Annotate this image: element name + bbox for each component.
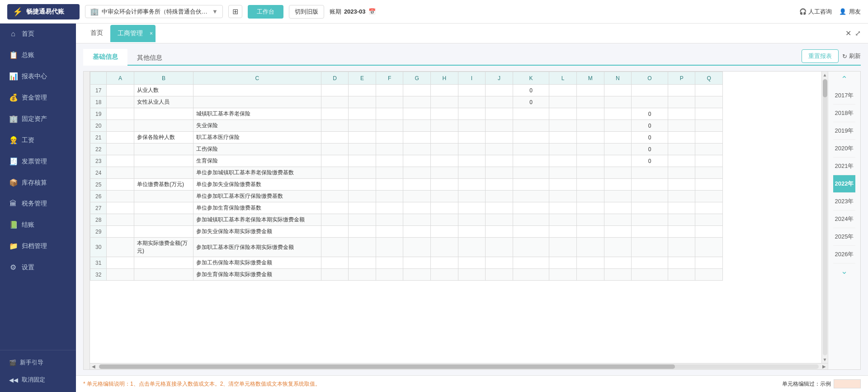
cell-24-K[interactable] [513,167,549,179]
cell-31-M[interactable] [576,257,604,269]
sidebar-item-closing[interactable]: 📗 结账 [0,214,76,235]
cell-27-P[interactable] [668,202,695,214]
cell-17-I[interactable] [458,85,486,96]
cell-28-B[interactable] [134,214,193,226]
cell-30-F[interactable] [376,238,403,257]
cell-27-E[interactable] [349,202,376,214]
cell-22-N[interactable] [604,143,632,155]
cell-25-A[interactable] [107,179,134,191]
cell-17-F[interactable] [376,85,403,96]
col-header-F[interactable]: F [376,72,403,85]
cell-28-F[interactable] [376,214,403,226]
cell-24-P[interactable] [668,167,695,179]
cell-31-D[interactable] [321,257,349,269]
cell-24-A[interactable] [107,167,134,179]
cell-31-A[interactable] [107,257,134,269]
cell-24-I[interactable] [458,167,486,179]
cell-23-L[interactable] [549,155,577,167]
col-header-D[interactable]: D [321,72,349,85]
cell-23-Q[interactable] [695,155,723,167]
scroll-down-arrow[interactable]: ▼ [822,356,828,363]
year-item-2020[interactable]: 2020年 [833,140,856,158]
cell-26-O[interactable] [632,191,668,202]
cell-25-M[interactable] [576,179,604,191]
cell-25-F[interactable] [376,179,403,191]
cell-25-H[interactable] [430,179,458,191]
h-scrollbar-thumb[interactable] [99,364,675,369]
tab-business[interactable]: 工商管理 × [110,25,156,42]
cell-18-I[interactable] [458,96,486,108]
cell-31-B[interactable] [134,257,193,269]
cell-25-N[interactable] [604,179,632,191]
cell-30-L[interactable] [549,238,577,257]
cell-27-C[interactable]: 单位参加生育保险缴费基数 [193,202,321,214]
cell-18-C[interactable] [193,96,321,108]
cell-23-P[interactable] [668,155,695,167]
reset-report-button[interactable]: 重置报表 [802,49,839,63]
cell-19-D[interactable] [321,108,349,120]
cell-31-H[interactable] [430,257,458,269]
cell-24-D[interactable] [321,167,349,179]
year-item-2025[interactable]: 2025年 [833,228,856,246]
cell-26-F[interactable] [376,191,403,202]
scroll-thumb[interactable] [823,79,827,97]
cell-29-B[interactable] [134,226,193,238]
sidebar-item-report[interactable]: 📊 报表中心 [0,66,76,87]
col-header-C[interactable]: C [193,72,321,85]
cell-24-B[interactable] [134,167,193,179]
cell-24-J[interactable] [486,167,513,179]
cell-20-C[interactable]: 失业保险 [193,120,321,132]
sidebar-item-guide[interactable]: 🎬 新手引导 [0,354,76,371]
cell-22-P[interactable] [668,143,695,155]
cell-26-C[interactable]: 单位参加职工基本医疗保险缴费基数 [193,191,321,202]
cell-26-I[interactable] [458,191,486,202]
scroll-track[interactable] [823,79,827,355]
cell-32-H[interactable] [430,269,458,281]
cell-24-C[interactable]: 单位参加城镇职工基本养老保险缴费基数 [193,167,321,179]
cell-24-G[interactable] [403,167,431,179]
cell-18-A[interactable] [107,96,134,108]
col-header-N[interactable]: N [604,72,632,85]
cell-32-F[interactable] [376,269,403,281]
cell-17-L[interactable] [549,85,577,96]
col-header-I[interactable]: I [458,72,486,85]
col-header-E[interactable]: E [349,72,376,85]
cell-19-M[interactable] [576,108,604,120]
cell-31-N[interactable] [604,257,632,269]
cell-29-H[interactable] [430,226,458,238]
scroll-up-arrow[interactable]: ▲ [822,72,828,78]
cell-29-O[interactable] [632,226,668,238]
cell-17-E[interactable] [349,85,376,96]
cell-30-J[interactable] [486,238,513,257]
cell-25-G[interactable] [403,179,431,191]
cell-20-P[interactable] [668,120,695,132]
cell-25-D[interactable] [321,179,349,191]
cell-19-N[interactable] [604,108,632,120]
cell-28-K[interactable] [513,214,549,226]
cell-27-D[interactable] [321,202,349,214]
cell-17-B[interactable]: 从业人数 [134,85,193,96]
cell-29-G[interactable] [403,226,431,238]
cell-19-C[interactable]: 城镇职工基本养老保险 [193,108,321,120]
cell-27-K[interactable] [513,202,549,214]
cell-30-B[interactable]: 本期实际缴费金额(万元) [134,238,193,257]
cell-21-M[interactable] [576,132,604,143]
cell-23-I[interactable] [458,155,486,167]
year-item-2024[interactable]: 2024年 [833,210,856,228]
cell-31-I[interactable] [458,257,486,269]
cell-28-D[interactable] [321,214,349,226]
cell-27-O[interactable] [632,202,668,214]
cell-26-L[interactable] [549,191,577,202]
cell-27-L[interactable] [549,202,577,214]
cell-31-G[interactable] [403,257,431,269]
cell-28-O[interactable] [632,214,668,226]
cell-24-O[interactable] [632,167,668,179]
h-scrollbar-track[interactable] [99,364,819,369]
cell-30-N[interactable] [604,238,632,257]
cell-27-B[interactable] [134,202,193,214]
cell-17-A[interactable] [107,85,134,96]
cell-31-O[interactable] [632,257,668,269]
cell-23-A[interactable] [107,155,134,167]
cell-22-Q[interactable] [695,143,723,155]
cell-27-H[interactable] [430,202,458,214]
